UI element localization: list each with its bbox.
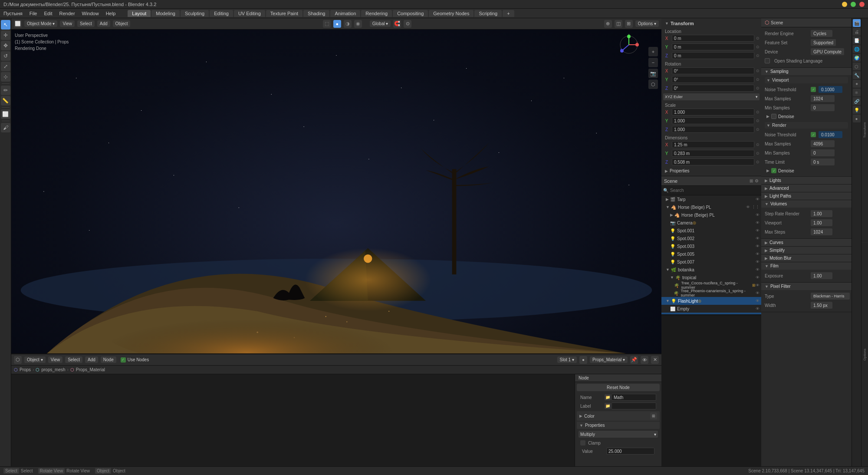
proportional-edit-icon[interactable]: ⊙ bbox=[404, 20, 411, 28]
horse-pl-eye[interactable]: 👁 bbox=[746, 205, 750, 209]
advanced-header[interactable]: ▶ Advanced bbox=[761, 185, 852, 192]
tab-animation[interactable]: Animation bbox=[330, 10, 360, 17]
noise-threshold-checkbox[interactable]: ✓ bbox=[811, 87, 816, 92]
status-object-btn[interactable]: Object bbox=[95, 468, 111, 474]
render-subsection[interactable]: ▼ Render bbox=[765, 122, 848, 129]
viewport-options[interactable]: Options ▾ bbox=[635, 20, 659, 27]
feature-set-val[interactable]: Supported bbox=[811, 39, 836, 46]
rotation-mode-dropdown[interactable]: XYZ Euler ▾ bbox=[663, 93, 760, 100]
tab-editing[interactable]: Editing bbox=[210, 10, 233, 17]
name-input[interactable]: Math bbox=[612, 394, 656, 401]
node-object-dropdown[interactable]: Object ▾ bbox=[24, 356, 46, 363]
status-rotate-btn[interactable]: Rotate View bbox=[38, 468, 65, 474]
outliner-item-spot005[interactable]: 💡 Spot.005 👁 bbox=[661, 250, 761, 258]
tab-sculpting[interactable]: Sculpting bbox=[181, 10, 209, 17]
node-preview-icon[interactable]: 👁 bbox=[641, 356, 648, 364]
denoise-checkbox[interactable] bbox=[771, 114, 776, 119]
motion-blur-header[interactable]: ▶ Motion Blur bbox=[761, 254, 852, 262]
output-tab[interactable]: 🖨 bbox=[853, 28, 861, 36]
simplify-header[interactable]: ▶ Simplify bbox=[761, 247, 852, 254]
menu-edit[interactable]: Edit bbox=[41, 10, 56, 17]
tab-add[interactable]: + bbox=[503, 10, 514, 17]
outliner-settings-icon[interactable]: ⚙ bbox=[755, 178, 759, 183]
viewport-3d[interactable]: User Perspective (1) Scene Collection | … bbox=[11, 30, 661, 353]
outliner-content[interactable]: ▶ 🎬 Tarp 👁 ▼ 🐴 Horse (Beige) PL 👁 ⋮⋮ bbox=[661, 195, 761, 314]
object-menu[interactable]: Object bbox=[113, 20, 131, 27]
node-menu[interactable]: Node bbox=[101, 356, 116, 363]
dim-x-input[interactable]: 1.25 m bbox=[672, 141, 754, 148]
breadcrumb-part1[interactable]: Props bbox=[20, 367, 31, 372]
material-dropdown[interactable]: Props_Material ▾ bbox=[590, 356, 628, 363]
window-controls[interactable] bbox=[842, 2, 865, 7]
node-add-menu[interactable]: Add bbox=[85, 356, 98, 363]
scale-x-input[interactable]: 1.000 bbox=[672, 109, 754, 115]
view-menu[interactable]: View bbox=[60, 20, 75, 27]
max-steps-val[interactable]: 1024 bbox=[811, 228, 832, 235]
spot003-eye[interactable]: 👁 bbox=[756, 244, 760, 248]
rotation-x-input[interactable]: 0° bbox=[672, 67, 754, 74]
label-input[interactable] bbox=[612, 402, 656, 409]
particles-tab[interactable]: ✦ bbox=[853, 80, 861, 88]
dim-y-input[interactable]: 0.283 m bbox=[672, 150, 754, 157]
node-view-menu[interactable]: View bbox=[48, 356, 63, 363]
physics-tab[interactable]: ⚛ bbox=[853, 89, 861, 96]
outliner-item-spot003[interactable]: 💡 Spot.003 👁 bbox=[661, 242, 761, 250]
pin-icon[interactable]: 📌 bbox=[630, 356, 638, 364]
camera-eye[interactable]: 👁 bbox=[756, 221, 760, 225]
width-val[interactable]: 1.50 px bbox=[811, 302, 832, 309]
horse-child-eye[interactable]: 👁 bbox=[756, 213, 760, 217]
outliner-item-botanika[interactable]: ▼ 🌿 botanika 👁 bbox=[661, 266, 761, 274]
maximize-button[interactable] bbox=[851, 2, 856, 7]
noise-threshold-val[interactable]: 0.1000 bbox=[819, 86, 842, 93]
curves-header[interactable]: ▶ Curves bbox=[761, 239, 852, 246]
properties-row[interactable]: ▶ Properties bbox=[663, 168, 760, 174]
min-samples-val[interactable]: 0 bbox=[811, 104, 835, 111]
outliner-item-spot007[interactable]: 💡 Spot.007 👁 bbox=[661, 258, 761, 266]
outliner-item-spot001[interactable]: 💡 Spot.001 👁 bbox=[661, 227, 761, 234]
object-data-tab[interactable]: 💡 bbox=[853, 106, 861, 114]
name-icon[interactable]: 📁 bbox=[605, 394, 611, 400]
tab-texture-paint[interactable]: Texture Paint bbox=[266, 10, 302, 17]
empty-eye[interactable]: 👁 bbox=[756, 307, 760, 311]
tree-cocos-eye[interactable]: 👁 bbox=[756, 283, 760, 287]
world-tab[interactable]: 🌍 bbox=[853, 54, 861, 62]
node-editor-type-icon[interactable]: ⬡ bbox=[14, 356, 22, 364]
tool-scale[interactable]: ⤢ bbox=[1, 62, 10, 71]
scale-z-input[interactable]: 1.000 bbox=[672, 126, 754, 133]
tool-add-cube[interactable]: ⬜ bbox=[1, 109, 10, 119]
tool-paint[interactable]: 🖌 bbox=[1, 123, 10, 132]
use-nodes-checkbox[interactable]: ✓ bbox=[121, 357, 126, 363]
scale-y-input[interactable]: 1.000 bbox=[672, 117, 754, 124]
properties-section-header[interactable]: ▼ Properties bbox=[577, 422, 660, 429]
rotation-y-input[interactable]: 0° bbox=[672, 76, 754, 83]
outliner-item-flashlight-child[interactable]: 💡 FlashLight ◎ 👁 bbox=[661, 313, 761, 314]
perspective-button[interactable]: ⬡ bbox=[648, 79, 658, 89]
render-noise-threshold-val[interactable]: 0.0100 bbox=[819, 131, 842, 138]
outliner-item-spot002[interactable]: 💡 Spot.002 👁 bbox=[661, 234, 761, 242]
tool-cursor[interactable]: ✛ bbox=[1, 30, 10, 40]
tab-geometry-nodes[interactable]: Geometry Nodes bbox=[429, 10, 473, 17]
tab-modeling[interactable]: Modeling bbox=[151, 10, 180, 17]
time-limit-val[interactable]: 0 s bbox=[811, 158, 835, 165]
spot005-eye[interactable]: 👁 bbox=[756, 252, 760, 256]
denoise-viewport-row[interactable]: ▶ Denoise bbox=[765, 112, 848, 120]
color-section-header[interactable]: ▶ Color ⊞ bbox=[577, 411, 660, 421]
select-menu[interactable]: Select bbox=[77, 20, 95, 27]
location-z-input[interactable]: 0 m bbox=[672, 52, 754, 59]
pixel-filter-header[interactable]: ▼ Pixel Filter bbox=[761, 283, 852, 290]
botanika-eye[interactable]: 👁 bbox=[756, 267, 760, 272]
tab-shading[interactable]: Shading bbox=[303, 10, 329, 17]
tarp-eye-icon[interactable]: 👁 bbox=[756, 197, 760, 201]
menu-help[interactable]: Help bbox=[102, 10, 119, 17]
location-x-input[interactable]: 0 m bbox=[672, 35, 754, 42]
material-tab[interactable]: ● bbox=[853, 115, 861, 122]
render-engine-val[interactable]: Cycles bbox=[811, 30, 832, 37]
flashlight-eye[interactable]: 👁 bbox=[756, 299, 760, 303]
camera-view-button[interactable]: 📷 bbox=[648, 69, 658, 78]
outliner-item-horse-child[interactable]: ▶ 🐴 Horse (Beige) PL 👁 bbox=[661, 211, 761, 219]
node-canvas[interactable]: Math Val Val Val bbox=[11, 374, 575, 466]
location-y-input[interactable]: 0 m bbox=[672, 43, 754, 50]
orientation-dropdown[interactable]: Global ▾ bbox=[370, 20, 391, 27]
viewport-mode-icon[interactable]: ⬜ bbox=[14, 20, 22, 28]
shading-solid-icon[interactable]: ● bbox=[333, 20, 341, 28]
